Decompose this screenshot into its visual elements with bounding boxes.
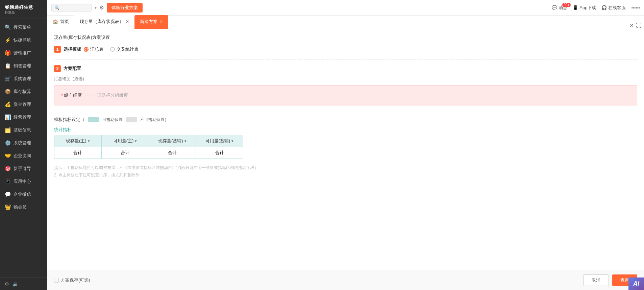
- sidebar-item-label: 经营管理: [14, 114, 31, 120]
- tab-new-plan-close[interactable]: ✕: [159, 19, 163, 24]
- tip-2: 2. 点击标题栏下拉可设置排序、插入列和删除列: [54, 172, 637, 179]
- topbar: 🔍 ▾ ⚙ 体验行业方案 💬 消息 99+ 📱 App下载 🎧 在线客服 ▪▪▪…: [47, 0, 644, 16]
- stats-table: 现存量(主) ▾ 可用量(主) ▾ 现存量(基辅) ▾: [54, 135, 243, 159]
- tab-new-plan[interactable]: 新建方案 ✕: [134, 15, 168, 29]
- sidebar-item-cooperation[interactable]: 🤝 企业协同: [0, 149, 47, 162]
- stats-cell-stock-aux-sub: 合计: [149, 147, 196, 159]
- sidebar-item-quick-nav[interactable]: ⚡ 快捷导航: [0, 34, 47, 47]
- sidebar-item-purchase[interactable]: 🛒 采购管理: [0, 72, 47, 85]
- target-icon: 🎯: [5, 166, 11, 172]
- step1-header: 1 选择模板 汇总表 交叉统计表: [54, 46, 637, 53]
- search-icon: 🔍: [54, 5, 59, 10]
- topbar-right: 💬 消息 99+ 📱 App下载 🎧 在线客服 ▪▪▪▪▪▪: [552, 5, 640, 11]
- volume-icon[interactable]: 🔉: [13, 281, 18, 287]
- step1-label: 选择模板: [64, 46, 81, 52]
- wechat-icon: 💬: [5, 191, 11, 197]
- sidebar-item-label: 应用中心: [14, 178, 31, 185]
- sidebar-item-label: 基础信息: [14, 127, 31, 133]
- settings-icon[interactable]: ⚙: [5, 281, 9, 287]
- indicator-setting: 模板指标设定（ 可拖动位置 不可拖动位置）: [54, 117, 637, 123]
- sidebar-item-wechat[interactable]: 💬 企业微信: [0, 188, 47, 201]
- panel-expand-icon[interactable]: ⛶: [636, 23, 641, 29]
- pink-dim-area: * 纵向维度 —— 请选择分组维度: [54, 85, 637, 105]
- stats-col-stock-main[interactable]: 现存量(主) ▾: [54, 135, 102, 147]
- save-checkbox[interactable]: [54, 278, 59, 283]
- col-stock-main-label: 现存量(主): [66, 138, 86, 144]
- stats-header-row: 现存量(主) ▾ 可用量(主) ▾ 现存量(基辅) ▾: [54, 135, 243, 147]
- tab-home[interactable]: 🏠 首页: [47, 15, 74, 29]
- gear-icon: ⚙️: [5, 140, 11, 146]
- stats-col-stock-aux[interactable]: 现存量(基辅) ▾: [149, 135, 196, 147]
- col-stock-main-chevron[interactable]: ▾: [88, 139, 90, 143]
- sidebar-item-member[interactable]: 👑 畅会员: [0, 201, 47, 214]
- save-option-label: 方案保存(可选): [61, 277, 90, 283]
- radio-summary[interactable]: 汇总表: [84, 46, 103, 52]
- app-download-btn[interactable]: 📱 App下载: [573, 5, 596, 11]
- col-available-aux-chevron[interactable]: ▾: [231, 139, 233, 143]
- save-option[interactable]: 方案保存(可选): [54, 277, 90, 283]
- dim-placeholder[interactable]: 请选择分组维度: [97, 92, 128, 98]
- topbar-gear-icon[interactable]: ⚙: [99, 4, 104, 11]
- step2-num: 2: [54, 65, 61, 72]
- stats-cell-available-aux-sub: 合计: [196, 147, 243, 159]
- panel-close-icon[interactable]: ✕: [629, 22, 634, 29]
- sidebar-logo: 畅康通好生意 标准版: [0, 0, 47, 19]
- tab-inventory-close[interactable]: ✕: [126, 19, 129, 24]
- chart-icon: 📊: [5, 114, 11, 120]
- col-stock-aux-chevron[interactable]: ▾: [184, 139, 187, 143]
- messages-btn[interactable]: 💬 消息 99+: [552, 5, 567, 11]
- online-service-btn[interactable]: 🎧 在线客服: [601, 5, 626, 11]
- sidebar-nav: ⚡ 快捷导航 🎁 营销推广 📋 销售管理 🛒 采购管理 📦 库存核算 💰 资金管…: [0, 34, 47, 277]
- sidebar-item-app-center[interactable]: 📱 应用中心: [0, 175, 47, 188]
- movable-label: 可拖动位置: [102, 117, 123, 123]
- sidebar-item-search[interactable]: 🔍 搜索菜单: [0, 21, 47, 34]
- vertical-dim-label: 纵向维度: [64, 92, 82, 98]
- phone-icon: 📱: [573, 5, 578, 10]
- sidebar-item-label: 搜索菜单: [14, 24, 31, 30]
- sidebar-item-label: 企业微信: [14, 191, 31, 197]
- radio-cross-circle: [110, 47, 115, 52]
- sidebar-item-finance[interactable]: 💰 资金管理: [0, 98, 47, 111]
- radio-cross[interactable]: 交叉统计表: [110, 46, 139, 52]
- tip-title-text: 提示：: [54, 165, 66, 170]
- col-available-main-chevron[interactable]: ▾: [135, 139, 137, 143]
- sidebar-item-ops[interactable]: 📊 经营管理: [0, 111, 47, 124]
- col-available-main-label: 可用量(主): [113, 138, 134, 144]
- divider1: [54, 59, 637, 60]
- sidebar-item-system[interactable]: ⚙️ 系统管理: [0, 137, 47, 149]
- sidebar-item-basic[interactable]: 🗂️ 基础信息: [0, 124, 47, 137]
- radio-summary-label: 汇总表: [90, 46, 103, 52]
- step2-block: 2 方案配置 汇总维度（必选） * 纵向维度 —— 请选择分组维度 模板指标设定…: [54, 65, 637, 179]
- cancel-button[interactable]: 取消: [583, 274, 609, 286]
- phone-icon: 📱: [5, 178, 11, 185]
- step1-block: 1 选择模板 汇总表 交叉统计表: [54, 46, 637, 53]
- sidebar-item-marketing[interactable]: 🎁 营销推广: [0, 47, 47, 59]
- tips-block: 提示： 1.拖动标题栏可以调整布局，不可跨维度或指标区域拖动栏目字段(只能在同一…: [54, 164, 637, 179]
- sidebar-item-label: 销售管理: [14, 63, 31, 69]
- money-icon: 💰: [5, 101, 11, 107]
- stock-main-sub: 合计: [73, 150, 82, 156]
- topbar-dropdown[interactable]: ▾: [95, 5, 97, 10]
- tab-inventory-status[interactable]: 现存量（库存状况表） ✕: [74, 15, 134, 29]
- app-name: 畅康通好生意: [5, 4, 43, 10]
- sidebar-item-label: 采购管理: [14, 76, 31, 82]
- sidebar-item-sales[interactable]: 📋 销售管理: [0, 59, 47, 72]
- sidebar-item-inventory[interactable]: 📦 库存核算: [0, 85, 47, 98]
- tip-1: 1.拖动标题栏可以调整布局，不可跨维度或指标区域拖动栏目字段(只能在同一维度或指…: [67, 165, 256, 170]
- sidebar-footer[interactable]: ⚙ 🔉: [0, 277, 47, 290]
- cart-icon: 🛒: [5, 76, 11, 82]
- message-icon: 💬: [552, 5, 557, 10]
- sidebar-item-newbie[interactable]: 🎯 新手引导: [0, 162, 47, 175]
- stats-col-available-aux[interactable]: 可用量(基辅) ▾: [196, 135, 243, 147]
- ai-badge[interactable]: Ai: [628, 277, 644, 290]
- stats-col-available-main[interactable]: 可用量(主) ▾: [102, 135, 149, 147]
- step1-num: 1: [54, 46, 61, 53]
- tip-title: 提示： 1.拖动标题栏可以调整布局，不可跨维度或指标区域拖动栏目字段(只能在同一…: [54, 164, 637, 172]
- content-panel: 现存量(库存状况表)方案设置 1 选择模板 汇总表: [47, 29, 644, 270]
- trial-button[interactable]: 体验行业方案: [107, 3, 143, 13]
- user-info[interactable]: ▪▪▪▪▪▪: [631, 5, 640, 10]
- lightning-icon: ⚡: [5, 37, 11, 43]
- topbar-search[interactable]: 🔍: [51, 4, 92, 11]
- app-version: 标准版: [5, 10, 43, 15]
- messages-badge: 99+: [562, 3, 571, 7]
